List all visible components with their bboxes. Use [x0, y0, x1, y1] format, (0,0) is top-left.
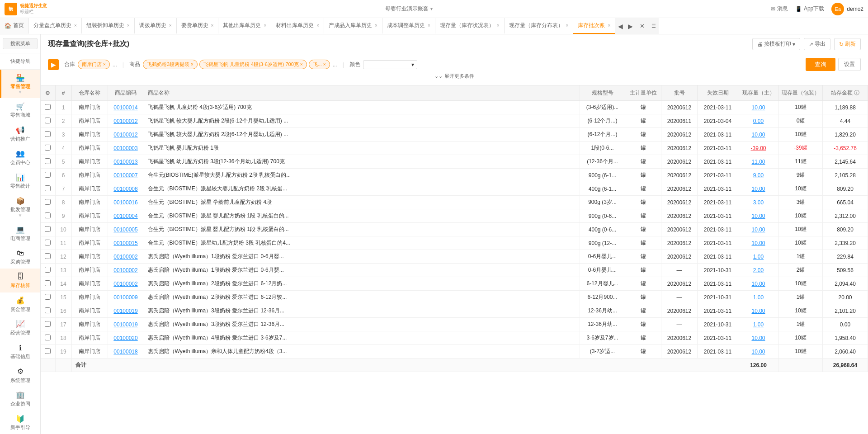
- industry-selector[interactable]: 母婴行业演示账套 ▾: [385, 5, 433, 13]
- cell-checkbox[interactable]: [41, 318, 55, 331]
- message-btn[interactable]: ✉ 消息: [771, 5, 788, 13]
- tab-close-material-out[interactable]: ×: [316, 23, 319, 28]
- cell-checkbox[interactable]: [41, 169, 55, 182]
- cell-stock-main[interactable]: 10.00: [738, 182, 779, 196]
- row-checkbox[interactable]: [45, 253, 51, 259]
- filter-expand-btn[interactable]: ▶: [48, 59, 59, 70]
- search-btn[interactable]: 查询: [806, 58, 835, 71]
- cell-stock-main[interactable]: 10.00: [738, 209, 779, 223]
- tab-mix[interactable]: 调拨单历史 ×: [135, 18, 177, 34]
- quick-nav-btn[interactable]: 快捷导航: [0, 56, 40, 66]
- cell-code[interactable]: 00100002: [108, 277, 144, 291]
- warehouse-tag-close[interactable]: ×: [103, 62, 106, 67]
- cell-checkbox[interactable]: [41, 142, 55, 155]
- cell-code[interactable]: 00100002: [108, 250, 144, 264]
- row-checkbox[interactable]: [45, 267, 51, 273]
- sidebar-item-retail[interactable]: 🏪 零售管理 ▼: [0, 70, 40, 98]
- tab-close-split-inventory[interactable]: ×: [74, 23, 77, 28]
- cell-checkbox[interactable]: [41, 196, 55, 209]
- cell-stock-main[interactable]: 11.00: [738, 155, 779, 169]
- cell-stock-main[interactable]: 10.00: [738, 277, 779, 291]
- cell-code[interactable]: 00100019: [108, 318, 144, 331]
- row-checkbox[interactable]: [45, 118, 51, 123]
- cell-stock-main[interactable]: -39.00: [738, 142, 779, 155]
- sidebar-item-purchase[interactable]: 🛍 采购管理: [0, 245, 40, 269]
- column-settings-icon[interactable]: ⚙: [45, 90, 50, 96]
- sidebar-item-finance[interactable]: 💰 资金管理: [0, 292, 40, 316]
- tab-batch-order[interactable]: 库存批次账 ×: [573, 18, 615, 34]
- col-settings[interactable]: ⚙: [41, 85, 55, 101]
- cell-checkbox[interactable]: [41, 128, 55, 142]
- cell-code[interactable]: 00100004: [108, 209, 144, 223]
- sidebar-item-ecommerce[interactable]: 💻 电商管理: [0, 222, 40, 245]
- tab-product-in[interactable]: 产成品入库单历史 ×: [324, 18, 382, 34]
- app-download-btn[interactable]: 📱 App下载: [795, 5, 824, 13]
- cell-checkbox[interactable]: [41, 155, 55, 169]
- color-input-area[interactable]: ▾: [363, 60, 417, 69]
- row-checkbox[interactable]: [45, 158, 51, 164]
- cell-stock-main[interactable]: 10.00: [738, 331, 779, 345]
- cell-code[interactable]: 00100013: [108, 155, 144, 169]
- row-checkbox[interactable]: [45, 212, 51, 218]
- cell-stock-main[interactable]: 9.00: [738, 169, 779, 182]
- cell-checkbox[interactable]: [41, 291, 55, 304]
- tab-next-btn[interactable]: ▶: [625, 18, 635, 34]
- cell-code[interactable]: 00100012: [108, 128, 144, 142]
- tab-close-stock-status[interactable]: ×: [497, 23, 500, 28]
- cell-checkbox[interactable]: [41, 182, 55, 196]
- warehouse-more-btn[interactable]: ...: [113, 61, 117, 68]
- cell-code[interactable]: 00100016: [108, 196, 144, 209]
- sidebar-item-basic[interactable]: ℹ 基础信息: [0, 340, 40, 363]
- row-checkbox[interactable]: [45, 335, 51, 340]
- cell-checkbox[interactable]: [41, 114, 55, 128]
- cell-code[interactable]: 00100005: [108, 223, 144, 236]
- cell-stock-main[interactable]: 10.00: [738, 304, 779, 318]
- product-tag-feihe3-close[interactable]: ×: [191, 62, 193, 67]
- row-checkbox[interactable]: [45, 294, 51, 300]
- tab-close-all-btn[interactable]: ✕: [635, 18, 649, 34]
- row-checkbox[interactable]: [45, 145, 51, 151]
- cell-checkbox[interactable]: [41, 236, 55, 250]
- expand-more-conditions[interactable]: ⌄⌄ 展开更多条件: [48, 71, 861, 81]
- cell-stock-main[interactable]: 10.00: [738, 223, 779, 236]
- tab-cost-adjust[interactable]: 成本调整单历史 ×: [382, 18, 435, 34]
- cell-checkbox[interactable]: [41, 331, 55, 345]
- tab-close-product-in[interactable]: ×: [375, 23, 377, 28]
- row-checkbox[interactable]: [45, 280, 51, 286]
- user-area[interactable]: Ea demo2: [831, 3, 863, 15]
- cell-stock-main[interactable]: 10.00: [738, 236, 779, 250]
- cell-code[interactable]: 00100014: [108, 101, 144, 114]
- sidebar-item-retail-shop[interactable]: 🛒 零售商城: [0, 98, 40, 122]
- tab-split-inventory[interactable]: 分量盘点单历史 ×: [29, 18, 82, 34]
- template-print-btn[interactable]: 🖨 按模板打印 ▾: [752, 38, 800, 50]
- cell-code[interactable]: 00100020: [108, 331, 144, 345]
- cell-stock-main[interactable]: 10.00: [738, 128, 779, 142]
- tab-close-stock-dist[interactable]: ×: [566, 23, 569, 28]
- row-checkbox[interactable]: [45, 226, 51, 232]
- row-checkbox[interactable]: [45, 307, 51, 313]
- cell-code[interactable]: 00100008: [108, 182, 144, 196]
- sidebar-item-system[interactable]: ⚙ 系统管理: [0, 363, 40, 387]
- tab-close-require[interactable]: ×: [211, 23, 214, 28]
- cell-checkbox[interactable]: [41, 345, 55, 359]
- cell-checkbox[interactable]: [41, 304, 55, 318]
- cell-code[interactable]: 00100002: [108, 264, 144, 277]
- tab-menu-btn[interactable]: ☰: [649, 18, 659, 34]
- cell-stock-main[interactable]: 10.00: [738, 345, 779, 359]
- tab-close-other-out[interactable]: ×: [264, 23, 266, 28]
- sidebar-item-batch-mgmt[interactable]: 📦 批发管理 ▼: [0, 193, 40, 221]
- cell-stock-main[interactable]: 10.00: [738, 101, 779, 114]
- tab-close-mix[interactable]: ×: [169, 23, 172, 28]
- tab-disassemble[interactable]: 组装拆卸单历史 ×: [82, 18, 135, 34]
- cell-code[interactable]: 00100015: [108, 236, 144, 250]
- sidebar-item-retail-stat[interactable]: 📊 零售统计: [0, 169, 40, 193]
- tab-home[interactable]: 🏠 首页: [0, 18, 29, 34]
- cell-checkbox[interactable]: [41, 101, 55, 114]
- product-tag-fei3-close[interactable]: ×: [323, 62, 326, 67]
- export-btn[interactable]: ↗ 导出: [804, 38, 830, 50]
- cell-checkbox[interactable]: [41, 264, 55, 277]
- cell-code[interactable]: 00100012: [108, 114, 144, 128]
- sidebar-item-operations[interactable]: 📈 经营管理: [0, 316, 40, 340]
- search-menu-btn[interactable]: 搜索菜单: [3, 38, 38, 49]
- product-tag-feihe4-close[interactable]: ×: [300, 62, 303, 67]
